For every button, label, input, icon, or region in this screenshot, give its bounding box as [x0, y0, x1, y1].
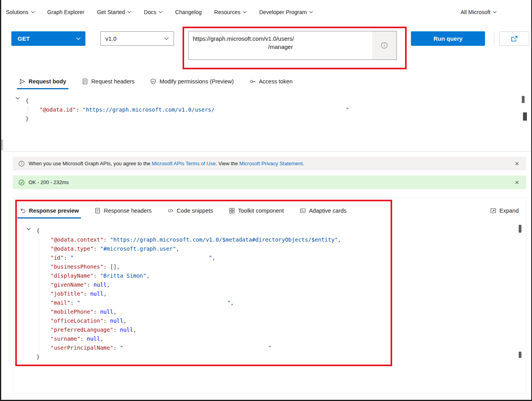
code-line: "officeLocation": null,	[36, 316, 526, 325]
tab-adaptive-cards[interactable]: Adaptive cards	[300, 203, 347, 219]
response-status-banner: OK - 200 - 232ms ×	[13, 175, 526, 189]
section-divider	[2, 151, 530, 152]
nav-changelog-label: Changelog	[175, 9, 202, 15]
info-circle-icon	[18, 161, 25, 167]
tab-toolkit-component[interactable]: Toolkit component	[229, 203, 284, 219]
request-url-line1: https://graph.microsoft.com/v1.0/users/	[193, 34, 368, 43]
tab-code-snippets[interactable]: Code snippets	[167, 203, 213, 219]
run-query-button[interactable]: Run query	[411, 31, 485, 46]
code-line: {	[36, 226, 526, 235]
editor-scroll-mark[interactable]	[523, 112, 527, 121]
tab-request-headers[interactable]: Request headers	[82, 74, 134, 89]
terms-info-text: When you use Microsoft Graph APIs, you a…	[29, 161, 304, 166]
terms-info-banner: When you use Microsoft Graph APIs, you a…	[13, 157, 526, 170]
request-body-editor[interactable]: {"@odata.id": "https://graph.microsoft.c…	[2, 94, 530, 150]
nav-docs-label: Docs	[144, 9, 156, 15]
permissions-shield-icon	[150, 78, 156, 85]
code-line: "jobTitle": null,	[36, 289, 526, 298]
code-line: "displayName": "Britta Simon",	[36, 271, 526, 280]
code-line: }	[36, 352, 526, 361]
response-json-code: {"@odata.context": "https://graph.micros…	[13, 222, 526, 361]
run-query-label: Run query	[433, 35, 462, 42]
nav-all-microsoft[interactable]: All Microsoft	[461, 9, 497, 15]
indent-guide	[28, 106, 28, 115]
request-json-code: {"@odata.id": "https://graph.microsoft.c…	[2, 94, 530, 123]
code-line: "preferredLanguage": null,	[36, 325, 526, 334]
code-line: "mobilePhone": null,	[36, 307, 526, 316]
expand-response-label: Expand	[499, 208, 519, 214]
tab-response-headers-label: Response headers	[104, 208, 152, 214]
nav-graph-explorer-label: Graph Explorer	[47, 9, 85, 15]
tab-modify-permissions[interactable]: Modify permissions (Preview)	[150, 74, 233, 89]
info-banner-close-button[interactable]: ×	[513, 160, 521, 167]
tab-response-headers[interactable]: Response headers	[94, 203, 152, 219]
terms-text-mid: . View the	[215, 161, 239, 166]
response-preview-editor[interactable]: {"@odata.context": "https://graph.micros…	[13, 222, 526, 393]
status-text: OK - 200 - 232ms	[29, 179, 69, 185]
fold-chevron-icon[interactable]	[26, 228, 31, 231]
tab-request-body[interactable]: Request body	[19, 74, 66, 89]
http-method-dropdown[interactable]: GET	[11, 31, 85, 46]
code-line: "userPrincipalName": ""	[36, 343, 526, 352]
request-url-line2: /manager	[193, 43, 368, 51]
tab-toolkit-component-label: Toolkit component	[238, 208, 284, 214]
chevron-down-icon	[164, 37, 169, 40]
chevron-down-icon	[493, 11, 497, 13]
chevron-down-icon	[76, 37, 81, 40]
request-tabs: Request body Request headers Modify perm…	[19, 74, 293, 89]
close-icon: ×	[515, 178, 519, 186]
privacy-statement-link[interactable]: Microsoft Privacy Statement	[239, 161, 303, 166]
tab-access-token-label: Access token	[259, 78, 293, 85]
nav-changelog[interactable]: Changelog	[175, 9, 202, 15]
code-line: }	[25, 114, 530, 123]
terms-of-use-link[interactable]: Microsoft APIs Terms of Use	[152, 161, 215, 166]
api-version-dropdown[interactable]: v1.0	[100, 31, 174, 46]
top-navigation: Solutions Graph Explorer Get Started Doc…	[6, 0, 531, 24]
code-brackets-icon	[167, 208, 174, 214]
expand-response-button[interactable]: Expand	[490, 203, 519, 219]
nav-developer-program[interactable]: Developer Program	[259, 9, 313, 15]
request-url-text: https://graph.microsoft.com/v1.0/users/ …	[189, 31, 372, 60]
editor-scroll-mark[interactable]	[519, 225, 521, 233]
nav-get-started-label: Get Started	[97, 9, 125, 15]
chevron-down-icon	[31, 11, 35, 13]
editor-scroll-mark[interactable]	[519, 352, 521, 358]
tab-response-preview[interactable]: Response preview	[20, 203, 79, 219]
nav-solutions[interactable]: Solutions	[6, 9, 35, 15]
nav-docs[interactable]: Docs	[144, 9, 163, 15]
request-url-input[interactable]: https://graph.microsoft.com/v1.0/users/ …	[188, 31, 397, 60]
tab-response-preview-label: Response preview	[29, 208, 79, 214]
chevron-down-icon	[309, 11, 313, 13]
nav-resources-label: Resources	[214, 9, 241, 15]
chevron-down-icon	[127, 11, 131, 13]
key-icon	[250, 78, 256, 85]
editor-scroll-mark[interactable]	[522, 96, 525, 103]
code-line: {	[25, 96, 530, 105]
query-row-divider	[494, 32, 494, 45]
indent-guide	[39, 237, 39, 352]
vertical-scrollbar-thumb[interactable]	[1, 139, 3, 150]
code-line: "@odata.id": "https://graph.microsoft.co…	[25, 105, 530, 114]
status-banner-close-button[interactable]: ×	[513, 179, 521, 186]
tab-request-headers-label: Request headers	[91, 78, 134, 85]
nav-resources[interactable]: Resources	[214, 9, 247, 15]
document-icon	[82, 78, 88, 85]
api-version-label: v1.0	[105, 35, 116, 42]
toolkit-grid-icon	[229, 208, 235, 214]
nav-get-started[interactable]: Get Started	[97, 9, 132, 15]
send-icon	[19, 78, 25, 85]
code-line: "id": "",	[36, 253, 526, 262]
tab-access-token[interactable]: Access token	[250, 74, 293, 89]
terms-text-pre: When you use Microsoft Graph APIs, you a…	[29, 161, 152, 166]
code-line: "mail": "",	[36, 298, 526, 307]
nav-developer-program-label: Developer Program	[259, 9, 307, 15]
code-line: "@odata.type": "#microsoft.graph.user",	[36, 244, 526, 253]
close-icon: ×	[515, 159, 519, 168]
code-line: "businessPhones": [],	[36, 262, 526, 271]
share-query-button[interactable]	[499, 31, 529, 46]
http-method-label: GET	[18, 35, 30, 42]
fold-chevron-icon[interactable]	[15, 97, 20, 100]
url-info-segment[interactable]	[372, 31, 396, 60]
response-section: Response preview Response headers Code s…	[13, 198, 526, 394]
nav-graph-explorer[interactable]: Graph Explorer	[47, 9, 85, 15]
